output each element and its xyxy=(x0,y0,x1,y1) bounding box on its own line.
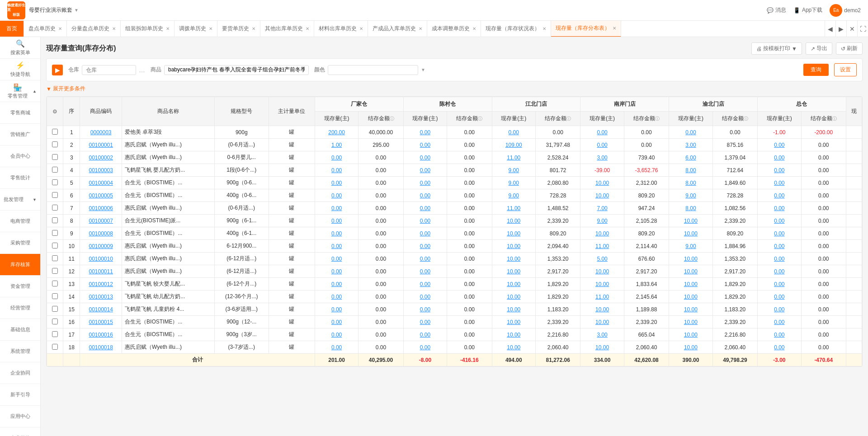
product-input[interactable] xyxy=(164,65,309,75)
row-nanan-stock: 3.00 xyxy=(580,328,624,341)
sidebar-item-appstore[interactable]: 应用中心 xyxy=(0,406,40,427)
warehouse-more-icon[interactable]: … xyxy=(139,66,145,74)
tab-prev-btn[interactable]: ◀ xyxy=(825,21,835,37)
tab-close-all-btn[interactable]: ✕ xyxy=(846,21,857,37)
sidebar-item-wechat[interactable]: 企业微信 xyxy=(0,427,40,436)
row-checkbox[interactable] xyxy=(47,341,63,354)
sidebar-item-purchase[interactable]: 采购管理 xyxy=(0,232,40,254)
message-btn[interactable]: 💬 消息 xyxy=(767,6,786,14)
tab-transfer[interactable]: 调拨单历史 ✕ xyxy=(175,21,217,37)
sidebar-item-marketing[interactable]: 营销推广 xyxy=(0,124,40,145)
tab-close-other-out[interactable]: ✕ xyxy=(306,26,309,31)
export-btn[interactable]: ↗ 导出 xyxy=(806,42,832,55)
info-icon-3[interactable]: ⓘ xyxy=(566,116,571,121)
info-icon-4[interactable]: ⓘ xyxy=(655,116,660,121)
tab-material-out[interactable]: 材料出库单历史 ✕ xyxy=(314,21,368,37)
row-checkbox[interactable] xyxy=(47,202,63,215)
row-checkbox[interactable] xyxy=(47,139,63,151)
query-btn[interactable]: 查询 xyxy=(803,64,829,76)
row-checkbox[interactable] xyxy=(47,227,63,240)
tab-stocktake[interactable]: 盘点单历史 ✕ xyxy=(24,21,67,37)
tab-cost-adjust[interactable]: 成本调整单历史 ✕ xyxy=(427,21,481,37)
row-no: 1 xyxy=(63,126,80,139)
tab-close-material[interactable]: ✕ xyxy=(359,26,363,31)
tab-close-dist[interactable]: ✕ xyxy=(613,26,616,31)
row-checkbox[interactable] xyxy=(47,151,63,164)
collapse-btn[interactable]: ▶ xyxy=(52,65,63,75)
summary-chengli-stock: -8.00 xyxy=(403,354,447,366)
info-icon-1[interactable]: ⓘ xyxy=(390,116,394,121)
row-jiangbei-stock: 10.00 xyxy=(492,341,536,354)
tab-stock-dist[interactable]: 现存量（库存分布表） ✕ xyxy=(551,21,621,37)
table-row: 1 0000003 爱他美 卓萃3段 900g 罐 200.00 40,000.… xyxy=(47,126,862,139)
sidebar-item-retail[interactable]: 🏪 零售管理 ▲ xyxy=(0,80,40,102)
table-row: 2 00100001 惠氏启赋（Wyeth illu...) (0-6月适...… xyxy=(47,139,862,151)
user-menu[interactable]: Ea demo2 xyxy=(830,4,861,17)
sidebar-item-wholesale[interactable]: 批发管理 ▼ xyxy=(0,189,40,211)
row-checkbox[interactable] xyxy=(47,177,63,189)
gear-icon[interactable]: ⚙ xyxy=(52,108,57,115)
row-jiangbei-stock: 10.00 xyxy=(492,253,536,265)
tab-product-in[interactable]: 产成品入库单历史 ✕ xyxy=(368,21,427,37)
row-spec: (12-36个月...) xyxy=(214,291,269,303)
row-total-amount: 0.00 xyxy=(801,177,846,189)
tab-close-transfer[interactable]: ✕ xyxy=(209,26,212,31)
sidebar-item-shortcut[interactable]: ⚡ 快捷导航 xyxy=(0,59,40,80)
sidebar-item-ecommerce[interactable]: 电商管理 xyxy=(0,211,40,232)
tab-close-product[interactable]: ✕ xyxy=(419,26,422,31)
tab-close-status[interactable]: ✕ xyxy=(542,26,546,31)
row-checkbox[interactable] xyxy=(47,215,63,227)
row-factory-amount: 0.00 xyxy=(359,177,403,189)
tab-close-stocktake[interactable]: ✕ xyxy=(58,26,62,31)
row-checkbox[interactable] xyxy=(47,189,63,202)
row-yubei-stock: 10.00 xyxy=(669,278,713,291)
app-download-btn[interactable]: 📱 App下载 xyxy=(793,6,822,14)
row-nanan-amount: 947.24 xyxy=(624,202,669,215)
tab-branch-stocktake[interactable]: 分量盘点单历史 ✕ xyxy=(67,21,121,37)
row-checkbox[interactable] xyxy=(47,126,63,139)
tab-close-purchase[interactable]: ✕ xyxy=(252,26,255,31)
tab-fullscreen-btn[interactable]: ⛶ xyxy=(857,21,868,37)
sidebar-item-guide[interactable]: 新手引导 xyxy=(0,384,40,406)
warehouse-input[interactable] xyxy=(82,65,136,75)
row-checkbox[interactable] xyxy=(47,328,63,341)
tab-other-out[interactable]: 其他出库单历史 ✕ xyxy=(260,21,314,37)
row-checkbox[interactable] xyxy=(47,278,63,291)
account-selector[interactable]: 母婴行业演示账套 ▼ xyxy=(29,6,79,14)
sidebar-item-finance[interactable]: 资金管理 xyxy=(0,276,40,297)
row-checkbox[interactable] xyxy=(47,291,63,303)
row-checkbox[interactable] xyxy=(47,253,63,265)
sidebar-item-member[interactable]: 会员中心 xyxy=(0,145,40,167)
sidebar-item-system[interactable]: 系统管理 xyxy=(0,341,40,362)
expand-conditions-btn[interactable]: ▼ 展开更多条件 xyxy=(46,85,863,93)
row-checkbox[interactable] xyxy=(47,164,63,177)
tab-home[interactable]: 首页 xyxy=(0,21,24,37)
sidebar-item-inventory[interactable]: 库存核算 xyxy=(0,254,40,276)
row-unit: 罐 xyxy=(269,151,315,164)
row-checkbox[interactable] xyxy=(47,303,63,316)
sidebar-item-basic[interactable]: 基础信息 xyxy=(0,319,40,341)
refresh-btn[interactable]: ↺ 刷新 xyxy=(836,42,863,55)
tab-combo[interactable]: 组装拆卸单历史 ✕ xyxy=(121,21,175,37)
info-icon-2[interactable]: ⓘ xyxy=(478,116,482,121)
sidebar-item-enterprise[interactable]: 企业协同 xyxy=(0,362,40,384)
sidebar-item-retail-stats[interactable]: 零售统计 xyxy=(0,167,40,189)
row-checkbox[interactable] xyxy=(47,240,63,253)
info-icon-6[interactable]: ⓘ xyxy=(832,116,837,121)
row-name: 飞鹤星飞帆 婴儿配方奶... xyxy=(122,164,215,177)
print-btn[interactable]: 🖨 按模板打印 ▼ xyxy=(751,42,802,55)
sidebar-item-search[interactable]: 🔍 搜索英单 xyxy=(0,37,40,59)
color-input[interactable] xyxy=(328,65,418,75)
tab-next-btn[interactable]: ▶ xyxy=(835,21,846,37)
sidebar-item-retail-store[interactable]: 零售商城 xyxy=(0,102,40,124)
tab-stock-status[interactable]: 现存量（库存状况表） ✕ xyxy=(481,21,551,37)
row-checkbox[interactable] xyxy=(47,265,63,278)
tab-close-branch[interactable]: ✕ xyxy=(112,26,116,31)
tab-purchase-order[interactable]: 要货单历史 ✕ xyxy=(217,21,260,37)
tab-close-combo[interactable]: ✕ xyxy=(166,26,170,31)
info-icon-5[interactable]: ⓘ xyxy=(744,116,748,121)
setting-btn[interactable]: 设置 xyxy=(834,63,857,76)
row-checkbox[interactable] xyxy=(47,316,63,328)
tab-close-cost[interactable]: ✕ xyxy=(472,26,476,31)
sidebar-item-operations[interactable]: 经营管理 xyxy=(0,297,40,319)
